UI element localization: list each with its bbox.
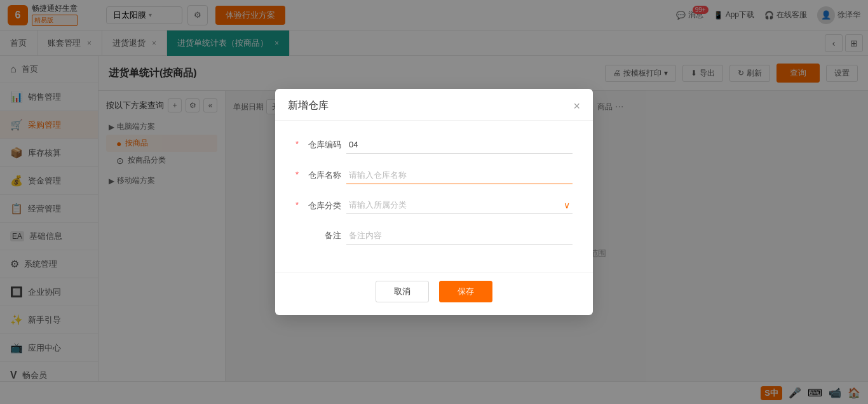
cancel-btn[interactable]: 取消 <box>376 281 429 302</box>
save-btn[interactable]: 保存 <box>439 281 492 302</box>
dialog-title: 新增仓库 <box>288 99 329 112</box>
form-row-code: 仓库编码 <box>295 136 573 154</box>
dialog-footer: 取消 保存 <box>275 273 593 315</box>
modal-overlay[interactable]: 新增仓库 × 仓库编码 仓库名称 仓库分类 请输入所属分类 ∨ <box>0 0 868 404</box>
dialog-header: 新增仓库 × <box>275 89 593 121</box>
warehouse-name-input[interactable] <box>346 166 573 184</box>
warehouse-code-input[interactable] <box>346 136 573 154</box>
add-warehouse-dialog: 新增仓库 × 仓库编码 仓库名称 仓库分类 请输入所属分类 ∨ <box>275 89 593 315</box>
warehouse-category-label: 仓库分类 <box>295 200 346 212</box>
form-row-remark: 备注 <box>295 227 573 245</box>
dialog-body: 仓库编码 仓库名称 仓库分类 请输入所属分类 ∨ 备注 <box>275 121 593 273</box>
form-row-name: 仓库名称 <box>295 166 573 184</box>
warehouse-category-placeholder: 请输入所属分类 <box>349 199 564 211</box>
remark-label: 备注 <box>295 230 346 241</box>
category-dropdown-icon: ∨ <box>564 200 570 210</box>
warehouse-name-label: 仓库名称 <box>295 170 346 181</box>
warehouse-category-select[interactable]: 请输入所属分类 ∨ <box>346 197 573 214</box>
form-row-category: 仓库分类 请输入所属分类 ∨ <box>295 197 573 214</box>
dialog-close-btn[interactable]: × <box>573 100 580 112</box>
remark-input[interactable] <box>346 227 573 245</box>
warehouse-code-label: 仓库编码 <box>295 139 346 151</box>
